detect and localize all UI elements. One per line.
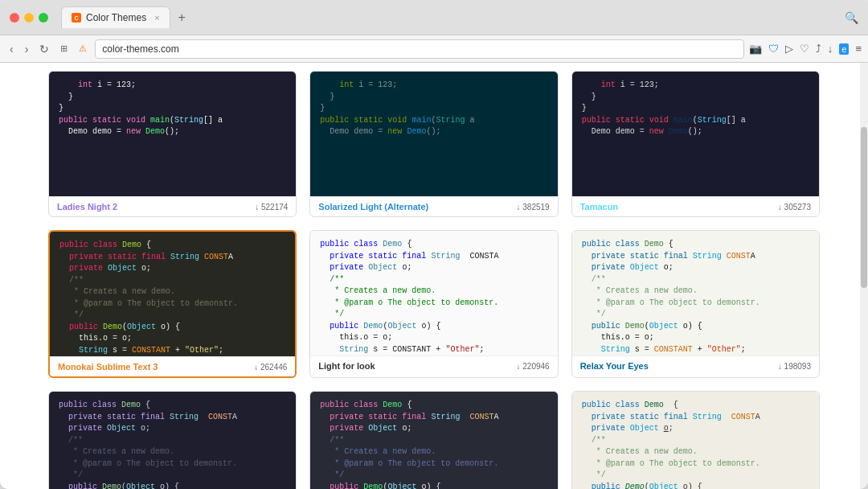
theme-name-light-for-look: Light for look: [318, 361, 375, 371]
theme-footer-monokai: Monokai Sublime Text 3 ↓ 262446: [50, 356, 295, 376]
theme-name-monokai: Monokai Sublime Text 3: [58, 362, 158, 372]
code-preview-light-for-look: public class Demo { private static final…: [310, 231, 557, 355]
maximize-button[interactable]: [39, 13, 48, 23]
theme-card-ladies-night-2[interactable]: int i = 123; } } public static void main…: [48, 71, 297, 217]
active-tab[interactable]: C Color Themes ×: [61, 6, 170, 28]
theme-name-tamacun: Tamacun: [580, 202, 618, 212]
shield-icon[interactable]: 🛡: [768, 43, 779, 55]
code-preview-relax-eyes-light: public class Demo { private static final…: [572, 392, 819, 489]
minimize-button[interactable]: [24, 13, 34, 23]
theme-card-monokai[interactable]: public class Demo { private static final…: [48, 230, 297, 378]
tab-label: Color Themes: [86, 12, 146, 23]
code-preview-solarized: int i = 123; } } public static void main…: [310, 72, 557, 196]
menu-icon[interactable]: ≡: [855, 43, 862, 55]
code-preview-ladies-night-2: int i = 123; } } public static void main…: [49, 72, 296, 196]
theme-card-dark-1[interactable]: public class Demo { private static final…: [48, 391, 297, 489]
theme-footer-solarized: Solarized Light (Alternate) ↓ 382519: [310, 196, 557, 216]
browser-window: C Color Themes × + 🔍 ‹ › ↻ ⊞ ⚠ color-the…: [0, 0, 868, 489]
theme-card-dark-2[interactable]: public class Demo { private static final…: [309, 391, 558, 489]
theme-card-tamacun[interactable]: int i = 123; } } public static void main…: [571, 71, 820, 217]
browser-content[interactable]: int i = 123; } } public static void main…: [0, 63, 868, 489]
theme-downloads-ladies-night-2: ↓ 522174: [255, 203, 288, 212]
theme-name-solarized: Solarized Light (Alternate): [318, 202, 428, 212]
theme-card-solarized[interactable]: int i = 123; } } public static void main…: [309, 71, 558, 217]
warning-button[interactable]: ⚠: [76, 42, 90, 55]
theme-downloads-solarized: ↓ 382519: [517, 203, 550, 212]
close-button[interactable]: [10, 13, 19, 23]
url-text: color-themes.com: [102, 43, 178, 55]
forward-button[interactable]: ›: [22, 41, 32, 57]
theme-card-relax-your-eyes[interactable]: public class Demo { private static final…: [571, 230, 820, 378]
share-icon[interactable]: ⤴: [816, 43, 821, 55]
theme-downloads-light-for-look: ↓ 220946: [517, 362, 550, 371]
theme-footer-ladies-night-2: Ladies Night 2 ↓ 522174: [49, 196, 296, 216]
theme-card-relax-eyes-light[interactable]: public class Demo { private static final…: [571, 391, 820, 489]
new-tab-button[interactable]: +: [174, 9, 190, 27]
search-icon[interactable]: 🔍: [845, 11, 858, 24]
page-wrapper: int i = 123; } } public static void main…: [32, 63, 836, 489]
theme-card-light-for-look[interactable]: public class Demo { private static final…: [309, 230, 558, 378]
reload-button[interactable]: ↻: [36, 41, 52, 57]
play-icon[interactable]: ▷: [785, 43, 793, 55]
theme-footer-relax-your-eyes: Relax Your Eyes ↓ 198093: [572, 355, 819, 376]
title-bar: C Color Themes × + 🔍: [0, 0, 868, 35]
bottom-row: public class Demo { private static final…: [48, 391, 820, 489]
tab-bar: C Color Themes × +: [61, 6, 838, 28]
theme-name-ladies-night-2: Ladies Night 2: [57, 202, 117, 212]
tab-favicon: C: [72, 13, 81, 23]
code-preview-monokai: public class Demo { private static final…: [50, 232, 295, 356]
back-button[interactable]: ‹: [6, 41, 17, 57]
download-icon[interactable]: ↓: [828, 43, 833, 55]
code-preview-dark-1: public class Demo { private static final…: [49, 392, 296, 489]
theme-name-relax-your-eyes: Relax Your Eyes: [580, 361, 649, 371]
address-bar-row: ‹ › ↻ ⊞ ⚠ color-themes.com 📷 🛡 ▷ ♡ ⤴ ↓ e…: [0, 35, 868, 63]
scrollbar-track[interactable]: [860, 63, 868, 489]
middle-row: public class Demo { private static final…: [48, 230, 820, 378]
scrollbar-thumb[interactable]: [861, 127, 867, 288]
top-row: int i = 123; } } public static void main…: [48, 71, 820, 217]
theme-downloads-monokai: ↓ 262446: [254, 363, 287, 372]
address-icons: 📷 🛡 ▷ ♡ ⤴ ↓ e ≡: [749, 43, 862, 55]
grid-button[interactable]: ⊞: [57, 42, 71, 55]
extension-icon[interactable]: e: [839, 43, 849, 55]
theme-downloads-relax-your-eyes: ↓ 198093: [778, 362, 811, 371]
camera-icon[interactable]: 📷: [749, 43, 762, 55]
address-bar[interactable]: color-themes.com: [95, 39, 743, 59]
code-preview-relax-your-eyes: public class Demo { private static final…: [572, 231, 819, 355]
heart-icon[interactable]: ♡: [800, 43, 809, 55]
code-preview-dark-2: public class Demo { private static final…: [310, 392, 557, 489]
theme-downloads-tamacun: ↓ 305273: [778, 203, 811, 212]
tab-close-icon[interactable]: ×: [154, 13, 159, 23]
theme-footer-light-for-look: Light for look ↓ 220946: [310, 355, 557, 376]
traffic-lights: [10, 13, 48, 23]
theme-footer-tamacun: Tamacun ↓ 305273: [572, 196, 819, 216]
code-preview-tamacun: int i = 123; } } public static void main…: [572, 72, 819, 196]
